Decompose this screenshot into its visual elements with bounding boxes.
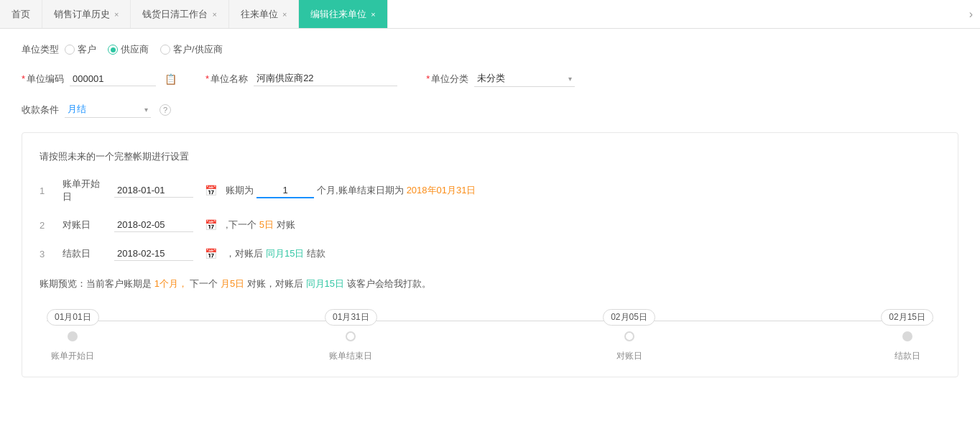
timeline-dot-3 [624, 331, 634, 341]
unit-code-group: *单位编码 📋 [22, 72, 177, 86]
unit-type-label: 单位类型 [22, 43, 59, 56]
unit-name-input[interactable] [254, 72, 397, 86]
preview-period: 1个月， [154, 278, 188, 289]
radio-customer-circle [65, 45, 75, 55]
start-date-input[interactable] [114, 183, 193, 198]
reconcile-date-calendar-icon[interactable]: 📅 [205, 219, 217, 231]
row-label-1: 账单开始日 [63, 178, 106, 203]
payment-terms-label: 收款条件 [22, 104, 59, 116]
timeline-sublabel-4: 结款日 [895, 350, 920, 362]
unit-code-input[interactable] [70, 72, 156, 86]
radio-supplier[interactable]: 供应商 [108, 43, 149, 56]
period-end-date: 2018年01月31日 [407, 184, 476, 197]
unit-category-select[interactable]: 未分类 ▾ [474, 70, 575, 87]
payment-terms-row: 收款条件 月结 ▾ ? [22, 101, 958, 118]
payment-terms-select[interactable]: 月结 ▾ [65, 101, 151, 118]
radio-both[interactable]: 客户/供应商 [160, 43, 223, 56]
row-num-1: 1 [40, 185, 54, 196]
timeline-dot-4 [902, 331, 912, 341]
radio-both-circle [160, 45, 170, 55]
tab-bar: 首页 销售订单历史 × 钱货日清工作台 × 往来单位 × 编辑往来单位 × › [0, 0, 980, 29]
timeline-sublabel-2: 账单结束日 [329, 350, 372, 362]
row-2-desc: ,下一个 5日 对账 [226, 218, 295, 231]
row-1-desc: 账期为 个月,账单结束日期为 2018年01月31日 [226, 183, 476, 198]
payment-terms-help-icon[interactable]: ? [160, 104, 171, 116]
row-label-3: 结款日 [63, 247, 106, 260]
tab-partner-unit-close[interactable]: × [282, 10, 287, 19]
radio-customer[interactable]: 客户 [65, 43, 96, 56]
period-months-input[interactable] [256, 183, 314, 198]
timeline-points: 01月01日 账单开始日 01月31日 账单结束日 02月05日 对账日 [47, 309, 933, 362]
tab-cash-work-close[interactable]: × [212, 10, 216, 19]
unit-category-label: *单位分类 [426, 73, 468, 86]
tab-more-button[interactable]: › [962, 0, 980, 28]
row-num-3: 3 [40, 249, 54, 259]
unit-category-group: *单位分类 未分类 ▾ [426, 70, 575, 87]
period-settings-box: 请按照未来的一个完整帐期进行设置 1 账单开始日 📅 账期为 个月,账单结束日期… [22, 132, 958, 377]
start-date-calendar-icon[interactable]: 📅 [205, 185, 217, 196]
tab-sales-history-close[interactable]: × [114, 10, 119, 19]
timeline-label-3: 02月05日 [603, 309, 655, 326]
unit-name-group: *单位名称 [205, 72, 397, 86]
tab-edit-partner-close[interactable]: × [371, 10, 375, 19]
payment-terms-chevron-icon: ▾ [144, 106, 148, 114]
timeline-point-1: 01月01日 账单开始日 [47, 309, 99, 362]
category-chevron-icon: ▾ [568, 75, 572, 83]
timeline-label-1: 01月01日 [47, 309, 99, 326]
payment-terms-group: 收款条件 月结 ▾ ? [22, 101, 171, 118]
row-num-2: 2 [40, 220, 54, 231]
tab-partner-unit[interactable]: 往来单位 × [229, 0, 299, 28]
radio-group: 客户 供应商 客户/供应商 [65, 43, 223, 56]
main-content: 单位类型 客户 供应商 客户/供应商 *单位编码 [0, 29, 980, 437]
unit-type-group: 单位类型 客户 供应商 客户/供应商 [22, 43, 223, 56]
timeline-sublabel-3: 对账日 [616, 350, 642, 362]
tab-cash-work[interactable]: 钱货日清工作台 × [131, 0, 228, 28]
timeline-label-2: 01月31日 [325, 309, 377, 326]
reconcile-date-input[interactable] [114, 218, 193, 232]
tab-home[interactable]: 首页 [0, 0, 42, 28]
timeline-label-4: 02月15日 [881, 309, 933, 326]
unit-name-label: *单位名称 [205, 73, 248, 86]
timeline-sublabel-1: 账单开始日 [51, 350, 94, 362]
timeline-dot-1 [68, 331, 78, 341]
reconcile-day-highlight: 5日 [259, 218, 274, 231]
unit-type-row: 单位类型 客户 供应商 客户/供应商 [22, 43, 958, 56]
preview-text: 账期预览：当前客户账期是 1个月， 下一个 月5日 对账，对账后 同月15日 该… [40, 275, 940, 292]
section-hint: 请按照未来的一个完整帐期进行设置 [40, 150, 940, 163]
payment-date-input[interactable] [114, 247, 193, 261]
row-label-2: 对账日 [63, 218, 106, 231]
setting-row-1: 1 账单开始日 📅 账期为 个月,账单结束日期为 2018年01月31日 [40, 178, 940, 203]
setting-row-3: 3 结款日 📅 ，对账后 同月15日 结款 [40, 247, 940, 261]
payment-date-calendar-icon[interactable]: 📅 [205, 248, 217, 259]
timeline-point-4: 02月15日 结款日 [881, 309, 933, 362]
row-3-desc: ，对账后 同月15日 结款 [226, 247, 325, 260]
timeline-point-2: 01月31日 账单结束日 [325, 309, 377, 362]
unit-info-row: *单位编码 📋 *单位名称 *单位分类 未分类 ▾ [22, 70, 958, 87]
preview-date1: 月5日 [221, 278, 244, 289]
radio-supplier-circle [108, 45, 118, 55]
timeline-dot-2 [346, 331, 356, 341]
unit-code-copy-icon[interactable]: 📋 [165, 73, 177, 85]
preview-date2: 同月15日 [306, 278, 344, 289]
setting-row-2: 2 对账日 📅 ,下一个 5日 对账 [40, 218, 940, 232]
unit-code-label: *单位编码 [22, 73, 64, 86]
timeline: 01月01日 账单开始日 01月31日 账单结束日 02月05日 对账日 [40, 309, 940, 362]
tab-edit-partner[interactable]: 编辑往来单位 × [299, 0, 387, 28]
timeline-point-3: 02月05日 对账日 [603, 309, 655, 362]
payment-day-highlight: 同月15日 [266, 247, 304, 260]
tab-sales-history[interactable]: 销售订单历史 × [42, 0, 131, 28]
